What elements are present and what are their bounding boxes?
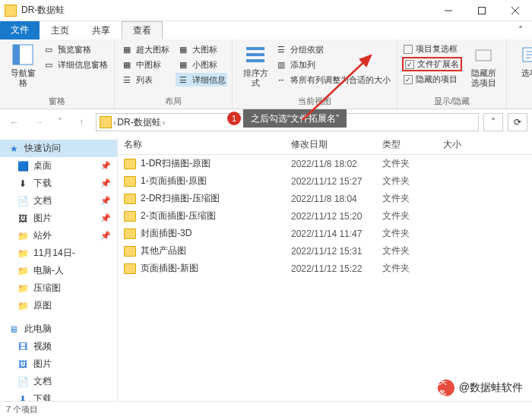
- folder-icon: 📁: [17, 247, 29, 260]
- file-row[interactable]: 2-页面插图-压缩图 2022/11/12 15:20 文件夹: [118, 207, 532, 225]
- pin-icon: 📌: [100, 213, 111, 223]
- folder-icon: [124, 194, 136, 204]
- file-row[interactable]: 2-DR扫描图-压缩图 2022/11/8 18:04 文件夹: [118, 190, 532, 207]
- sidebar-item[interactable]: ⬇下载📌: [0, 175, 117, 192]
- grid-icon: ▦: [177, 43, 189, 55]
- nav-pane-button[interactable]: 导航窗格: [5, 41, 41, 90]
- layout-list[interactable]: ☰列表: [119, 73, 171, 87]
- sidebar-item[interactable]: ⬇下载: [0, 390, 117, 401]
- chevron-right-icon: ›: [113, 118, 116, 127]
- watermark: 头条 @数据蛙软件: [438, 380, 523, 396]
- sort-button[interactable]: 排序方式: [237, 41, 274, 90]
- sidebar-item[interactable]: 🎞视频: [0, 338, 117, 355]
- hidden-items-toggle[interactable]: 隐藏的项目: [402, 73, 462, 86]
- details-icon: ☰: [177, 74, 189, 86]
- sidebar-item[interactable]: 🖼图片: [0, 355, 117, 373]
- sidebar-item[interactable]: 📁11月14日-: [0, 244, 117, 262]
- group-icon: ☰: [275, 43, 287, 55]
- file-list-pane: 名称 修改日期 类型 大小 1-DR扫描图-原图 2022/11/8 18:02…: [118, 135, 532, 401]
- breadcrumb-item[interactable]: DR-数据蛙: [117, 116, 160, 129]
- preview-pane-button[interactable]: ▭预览窗格: [41, 43, 109, 56]
- sidebar-this-pc[interactable]: 🖥 此电脑: [0, 320, 117, 338]
- svg-rect-0: [479, 7, 486, 14]
- options-button[interactable]: 选项: [511, 41, 532, 80]
- details-pane-button[interactable]: ▭详细信息窗格: [41, 58, 109, 71]
- refresh-button[interactable]: ⟳: [508, 113, 527, 131]
- tab-share[interactable]: 共享: [81, 21, 122, 39]
- col-size[interactable]: 大小: [443, 138, 526, 151]
- folder-icon: 📁: [17, 230, 29, 242]
- checkbox-icon: [405, 60, 414, 69]
- file-row[interactable]: 页面插图-新图 2022/11/12 15:22 文件夹: [118, 260, 532, 277]
- sidebar-quick-access[interactable]: ★ 快速访问: [0, 140, 117, 157]
- folder-icon: [124, 228, 136, 239]
- pin-icon: 📌: [100, 178, 111, 188]
- layout-extralarge[interactable]: ▦超大图标: [119, 43, 171, 56]
- forward-button[interactable]: →: [29, 112, 49, 132]
- folder-icon: [124, 159, 136, 169]
- item-checkboxes-toggle[interactable]: 项目复选框: [402, 43, 462, 55]
- file-extensions-toggle[interactable]: 文件扩展名: [402, 57, 462, 71]
- sidebar-item[interactable]: 📄文档: [0, 373, 117, 390]
- folder-icon: [5, 5, 17, 17]
- file-row[interactable]: 1-DR扫描图-原图 2022/11/8 18:02 文件夹: [118, 155, 532, 172]
- col-date[interactable]: 修改日期: [291, 138, 382, 151]
- sidebar-item[interactable]: 📄文档📌: [0, 192, 117, 210]
- sidebar-item[interactable]: 📁原图: [0, 297, 117, 314]
- folder-icon: [100, 116, 112, 128]
- fit-icon: ↔: [275, 74, 287, 86]
- folder-icon: [124, 176, 136, 187]
- up-button[interactable]: ˅: [53, 112, 67, 132]
- column-headers: 名称 修改日期 类型 大小: [118, 135, 532, 155]
- file-row[interactable]: 1-页面插图-原图 2022/11/12 15:27 文件夹: [118, 172, 532, 190]
- details-icon: ▭: [43, 58, 55, 71]
- nav-sidebar: ★ 快速访问 🟦桌面📌⬇下载📌📄文档📌🖼图片📌📁站外📌📁11月14日-📁电脑-人…: [0, 135, 118, 401]
- layout-details[interactable]: ☰详细信息: [176, 73, 227, 87]
- back-button[interactable]: ←: [5, 112, 24, 132]
- sidebar-item[interactable]: 📁站外📌: [0, 227, 117, 244]
- annotation-badge: 1: [227, 112, 241, 125]
- sidebar-item[interactable]: 🟦桌面📌: [0, 157, 117, 175]
- nav-pane-icon: [11, 43, 35, 67]
- layout-small[interactable]: ▦小图标: [176, 58, 227, 71]
- dropdown-button[interactable]: ˅: [483, 113, 503, 131]
- checkbox-icon: [404, 45, 413, 54]
- hide-selected-button[interactable]: 隐藏所选项目: [465, 41, 502, 90]
- file-row[interactable]: 封面插图-3D 2022/11/14 11:47 文件夹: [118, 225, 532, 242]
- layout-large[interactable]: ▦大图标: [176, 43, 227, 56]
- fitcols-button[interactable]: ↔将所有列调整为合适的大小: [274, 73, 392, 87]
- col-name[interactable]: 名称: [124, 138, 291, 151]
- up-folder-button[interactable]: ↑: [71, 112, 91, 132]
- file-row[interactable]: 其他产品图 2022/11/12 15:31 文件夹: [118, 242, 532, 260]
- ribbon-collapse-button[interactable]: ˄: [509, 21, 532, 39]
- ribbon-tabs: 文件 主页 共享 查看 ˄: [0, 21, 532, 39]
- sidebar-item[interactable]: 📁电脑-人: [0, 262, 117, 279]
- status-bar: 7 个项目: [0, 401, 532, 416]
- sidebar-item[interactable]: 📁压缩图: [0, 279, 117, 297]
- folder-icon: 🖼: [17, 213, 29, 225]
- watermark-icon: 头条: [438, 380, 454, 396]
- groupby-button[interactable]: ☰分组依据: [274, 43, 392, 56]
- options-icon: [518, 43, 532, 67]
- pin-icon: 📌: [100, 231, 111, 241]
- close-button[interactable]: [499, 0, 532, 21]
- addcol-button[interactable]: ▥添加列: [274, 58, 392, 71]
- maximize-button[interactable]: [465, 0, 499, 21]
- col-type[interactable]: 类型: [382, 138, 443, 151]
- layout-medium[interactable]: ▦中图标: [119, 58, 171, 71]
- tab-file[interactable]: 文件: [0, 21, 40, 39]
- status-text: 7 个项目: [6, 404, 38, 415]
- folder-icon: 🟦: [17, 160, 29, 172]
- titlebar: DR-数据蛙: [0, 0, 532, 21]
- sidebar-item[interactable]: 🖼图片📌: [0, 210, 117, 227]
- tab-view[interactable]: 查看: [122, 21, 163, 39]
- minimize-button[interactable]: [432, 0, 465, 21]
- chevron-right-icon: ›: [163, 118, 165, 127]
- folder-icon: ⬇: [17, 178, 29, 190]
- svg-rect-3: [246, 47, 264, 50]
- address-bar: ← → ˅ ↑ › DR-数据蛙 › 1 之后勾选“文件拓展名” ˅ ⟳: [0, 109, 532, 135]
- preview-icon: ▭: [43, 43, 55, 55]
- content-area: ★ 快速访问 🟦桌面📌⬇下载📌📄文档📌🖼图片📌📁站外📌📁11月14日-📁电脑-人…: [0, 135, 532, 401]
- addcol-icon: ▥: [275, 58, 287, 71]
- tab-home[interactable]: 主页: [40, 21, 81, 39]
